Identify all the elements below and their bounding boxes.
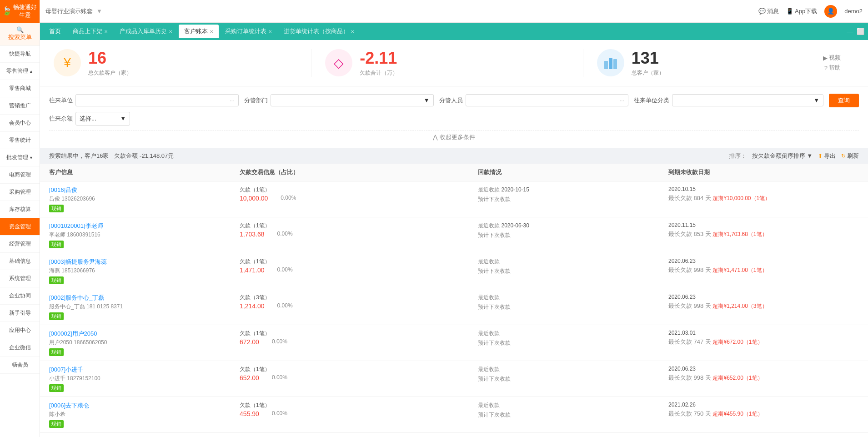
header-overdue: 到期未收款日期	[668, 168, 859, 176]
tab-incoming-stat-close[interactable]: ✕	[351, 29, 354, 34]
sidebar-item-apps[interactable]: 应用中心	[0, 322, 40, 339]
debt-customers-label: 总欠款客户（家）	[88, 69, 132, 77]
overdue-detail-5: 最长欠款 998 天 超期¥652.00（1笔）	[668, 374, 859, 382]
sidebar-item-basic-info[interactable]: 基础信息	[0, 253, 40, 270]
sidebar-item-collaboration[interactable]: 企业协同	[0, 287, 40, 305]
overdue-link-3[interactable]: 超期¥1,214.00（3笔）	[712, 303, 767, 309]
results-summary: 搜索结果中，客户16家 欠款金额 -21,148.07元	[49, 152, 174, 160]
query-button[interactable]: 查询	[829, 94, 859, 107]
tag-xian-2: 现销	[49, 276, 64, 284]
overdue-link-4[interactable]: 超期¥672.00（1笔）	[712, 339, 763, 345]
dots-icon-2: ···	[619, 97, 624, 104]
tab-production-history-close[interactable]: ✕	[169, 29, 172, 34]
refresh-button[interactable]: ↻ 刷新	[841, 152, 859, 160]
sidebar-item-finance[interactable]: 资金管理	[0, 218, 40, 236]
recovery-next-5: 预计下次收款	[478, 375, 668, 383]
overdue-link-5[interactable]: 超期¥652.00（1笔）	[712, 375, 763, 381]
tab-customer-account[interactable]: 客户账本 ✕	[179, 25, 219, 38]
customer-name-0[interactable]: [0016]吕俊	[49, 186, 240, 194]
tag-xian-0: 现销	[49, 205, 64, 212]
sidebar-item-system[interactable]: 系统管理	[0, 270, 40, 287]
sidebar-item-ecommerce[interactable]: 电商管理	[0, 166, 40, 184]
customer-info-2: [0003]畅捷服务尹海蕊 海燕 18513066976 现销	[49, 258, 240, 284]
help-action[interactable]: ? 帮助	[824, 64, 841, 72]
tab-production-history[interactable]: 产成品入库单历史 ✕	[114, 25, 178, 38]
user-avatar[interactable]: 👤	[824, 5, 837, 18]
tab-home[interactable]: 首页	[44, 25, 66, 38]
export-button[interactable]: ⬆ 导出	[818, 152, 836, 160]
tag-xian-5: 现销	[49, 384, 64, 392]
topbar-right: 💬 消息 📱 App下载 👤 demo2	[758, 5, 863, 18]
tab-incoming-stat[interactable]: 进货单统计表（按商品） ✕	[278, 25, 360, 38]
filter-area: 往来单位 ··· 分管部门 ▼ 分管人员 ···	[40, 86, 868, 148]
customer-phone-6: 陈小希	[49, 411, 240, 418]
sidebar-item-retail[interactable]: 零售管理 ▲	[0, 63, 40, 80]
sidebar-item-member2[interactable]: 畅会员	[0, 357, 40, 374]
video-action[interactable]: ▶ 视频	[823, 54, 841, 62]
debt-customers-value: 16	[88, 49, 132, 67]
filter-supplier-input[interactable]: ···	[75, 94, 239, 106]
sidebar-item-retail-mall[interactable]: 零售商城	[0, 80, 40, 97]
sidebar-item-guide[interactable]: 新手引导	[0, 305, 40, 322]
debt-percent-2: 0.00%	[277, 266, 293, 273]
overdue-detail-0: 最长欠款 884 天 超期¥10,000.00（1笔）	[668, 194, 859, 202]
customer-name-4[interactable]: [000002]用户2050	[49, 330, 240, 338]
sidebar-item-wholesale[interactable]: 批发管理 ▼	[0, 149, 40, 166]
debt-info-4: 欠款（1笔） 672.00 0.00%	[240, 330, 478, 346]
sort-select[interactable]: 按欠款金额倒序排序 ▼	[752, 152, 813, 160]
debt-row-2: 1,471.00 0.00%	[240, 266, 478, 274]
filter-balance-select[interactable]: 选择... ▼	[75, 112, 130, 126]
overdue-link-1[interactable]: 超期¥1,703.68（1笔）	[712, 231, 767, 237]
dropdown-icon: ▼	[96, 8, 102, 15]
sidebar-item-purchase[interactable]: 采购管理	[0, 184, 40, 201]
main-content: 母婴行业演示账套 ▼ 💬 消息 📱 App下载 👤 demo2 首页 商品上下架…	[40, 0, 868, 437]
app-download-btn[interactable]: 📱 App下载	[786, 7, 817, 15]
tab-customer-account-label: 客户账本	[184, 27, 208, 35]
overdue-date-1: 2020.11.15	[668, 222, 859, 228]
overdue-date-5: 2020.06.23	[668, 366, 859, 372]
overdue-link-0[interactable]: 超期¥10,000.00（1笔）	[712, 195, 770, 201]
customer-phone-4: 用户2050 18665062050	[49, 339, 240, 347]
tabs-minimize[interactable]: —	[847, 28, 853, 35]
sidebar-item-retail-stat[interactable]: 零售统计	[0, 132, 40, 149]
tabs-maximize[interactable]: ⬜	[857, 28, 864, 35]
filter-collapse-btn[interactable]: ⋀ 收起更多条件	[49, 130, 859, 144]
tag-xian-1: 现销	[49, 241, 64, 248]
recovery-date-0: 2020-10-15	[502, 186, 529, 193]
tab-customer-account-close[interactable]: ✕	[210, 29, 213, 34]
overdue-date-6: 2021.02.26	[668, 402, 859, 408]
debt-info-3: 欠款（3笔） 1,214.00 0.00%	[240, 294, 478, 310]
customer-name-1[interactable]: [0001020001]李老师	[49, 222, 240, 230]
search-icon: 🔍	[3, 26, 37, 33]
sidebar-item-search[interactable]: 🔍 搜索菜单	[0, 23, 40, 45]
sidebar-item-inventory[interactable]: 库存核算	[0, 201, 40, 218]
recovery-info-4: 最近收款 预计下次收款	[478, 330, 668, 347]
sidebar-item-quick-nav[interactable]: 快捷导航	[0, 45, 40, 63]
messages-btn[interactable]: 💬 消息	[758, 7, 779, 15]
sidebar-item-marketing[interactable]: 营销推广	[0, 97, 40, 115]
tab-purchase-order-close[interactable]: ✕	[268, 29, 272, 34]
debt-count-0: 欠款（1笔）	[240, 186, 478, 194]
overdue-info-4: 2021.03.01 最长欠款 747 天 超期¥672.00（1笔）	[668, 330, 859, 346]
overdue-link-6[interactable]: 超期¥455.90（1笔）	[712, 411, 763, 417]
filter-manager-input[interactable]: ···	[466, 94, 629, 106]
overdue-link-2[interactable]: 超期¥1,471.00（1笔）	[712, 267, 767, 273]
filter-category-select[interactable]: ▼	[672, 94, 823, 106]
customer-name-2[interactable]: [0003]畅捷服务尹海蕊	[49, 258, 240, 266]
username-label[interactable]: demo2	[844, 8, 863, 15]
overdue-info-5: 2020.06.23 最长欠款 998 天 超期¥652.00（1笔）	[668, 366, 859, 382]
debt-info-6: 欠款（1笔） 455.90 0.00%	[240, 402, 478, 417]
tab-product-listing-close[interactable]: ✕	[104, 29, 108, 34]
filter-dept-select[interactable]: ▼	[271, 94, 434, 106]
sidebar-item-member[interactable]: 会员中心	[0, 115, 40, 132]
tab-product-listing[interactable]: 商品上下架 ✕	[67, 25, 113, 38]
sidebar-item-operations[interactable]: 经营管理	[0, 236, 40, 253]
customer-name-6[interactable]: [0006]去下粮仓	[49, 402, 240, 410]
tab-purchase-order[interactable]: 采购订单统计表 ✕	[220, 25, 277, 38]
recovery-next-4: 预计下次收款	[478, 339, 668, 347]
customer-name-5[interactable]: [0007]小进千	[49, 366, 240, 374]
debt-count-1: 欠款（1笔）	[240, 222, 478, 230]
sidebar-item-wechat[interactable]: 企业微信	[0, 339, 40, 357]
stat-actions: ▶ 视频 ? 帮助	[823, 54, 841, 72]
customer-name-3[interactable]: [0002]服务中心_丁磊	[49, 294, 240, 302]
